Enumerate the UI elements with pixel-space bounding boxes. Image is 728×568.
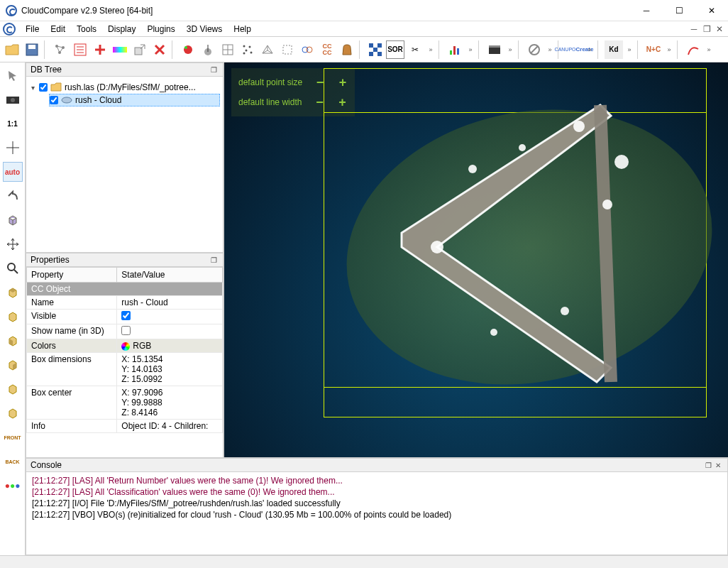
- minimize-button[interactable]: ─: [630, 0, 663, 21]
- disable-icon[interactable]: [525, 40, 544, 59]
- normals-icon[interactable]: [199, 40, 217, 59]
- toolbar-overflow-6[interactable]: »: [624, 46, 634, 53]
- dbtree[interactable]: ▾ rush.las (D:/MyFiles/SfM/_potree... ru…: [26, 77, 224, 253]
- toolbar-overflow-2[interactable]: »: [465, 46, 475, 53]
- magnify-icon[interactable]: [3, 258, 23, 278]
- menu-file[interactable]: File: [20, 23, 45, 36]
- view-top-icon[interactable]: [3, 283, 23, 302]
- mdi-minimize-icon[interactable]: ─: [688, 23, 700, 35]
- status-bar: [0, 555, 728, 568]
- mdi-close-icon[interactable]: ✕: [714, 23, 725, 35]
- scissors-icon[interactable]: ✂: [406, 40, 424, 59]
- list-icon[interactable]: [71, 40, 89, 59]
- toolbar-overflow-7[interactable]: »: [664, 46, 674, 53]
- octree-icon[interactable]: [219, 40, 237, 59]
- mesh-icon[interactable]: [258, 40, 277, 59]
- prop-visible-check[interactable]: [121, 311, 131, 320]
- scale-1-1-icon[interactable]: 1:1: [3, 114, 23, 133]
- points-icon[interactable]: [238, 40, 257, 59]
- crosshair-icon[interactable]: [3, 138, 23, 158]
- console-title: Console: [31, 460, 62, 470]
- sor-icon[interactable]: SOR: [386, 40, 404, 59]
- rotate-icon[interactable]: [3, 186, 23, 206]
- export-icon[interactable]: [131, 40, 149, 59]
- close-button[interactable]: ✕: [695, 0, 728, 21]
- svg-point-24: [243, 52, 246, 54]
- svg-line-46: [14, 270, 18, 273]
- bag-icon[interactable]: [338, 40, 356, 59]
- nc-icon[interactable]: N+C: [644, 40, 663, 59]
- svg-point-53: [561, 307, 569, 315]
- mdi-restore-icon[interactable]: ❐: [701, 23, 712, 35]
- curve-icon[interactable]: [684, 40, 702, 59]
- folder-icon: [50, 82, 62, 92]
- cube-icon[interactable]: [3, 210, 23, 230]
- kd-icon[interactable]: Kd: [605, 40, 623, 59]
- fit-icon[interactable]: [278, 40, 297, 59]
- tree-child-check[interactable]: [50, 96, 58, 104]
- checker-icon[interactable]: [366, 40, 385, 59]
- prop-showname-check[interactable]: [121, 326, 131, 335]
- view-bottom-icon[interactable]: [3, 307, 23, 327]
- toolbar-overflow-8[interactable]: »: [704, 46, 714, 53]
- more-icon[interactable]: ●●●: [3, 476, 23, 496]
- view-back-text-icon[interactable]: BACK: [3, 452, 23, 471]
- save-icon[interactable]: [23, 40, 41, 59]
- menu-plugins[interactable]: Plugins: [141, 23, 180, 36]
- delete-icon[interactable]: [150, 40, 169, 59]
- prop-section: CC Object: [27, 283, 223, 296]
- toolbar-overflow-5[interactable]: »: [585, 46, 595, 53]
- movie-icon[interactable]: [485, 40, 504, 59]
- move-icon[interactable]: [3, 234, 23, 254]
- menu-edit[interactable]: Edit: [45, 23, 71, 36]
- register-icon[interactable]: [298, 40, 316, 59]
- view-front-icon[interactable]: [3, 331, 23, 351]
- cloud-icon: [61, 95, 72, 105]
- tree-child-row[interactable]: rush - Cloud: [49, 94, 220, 106]
- prop-showname-k: Show name (in 3D): [27, 324, 117, 339]
- svg-point-55: [431, 241, 443, 253]
- view-back-icon[interactable]: [3, 355, 23, 375]
- tree-root-label: rush.las (D:/MyFiles/SfM/_potree...: [65, 82, 196, 92]
- colorbar-icon[interactable]: [111, 40, 129, 59]
- dbtree-float-icon[interactable]: ❐: [209, 65, 219, 75]
- toolbar-overflow-4[interactable]: »: [545, 46, 555, 53]
- canupo-icon[interactable]: CANUPOCreate: [565, 40, 583, 59]
- menu-tools[interactable]: Tools: [71, 23, 102, 36]
- tree-root-row[interactable]: ▾ rush.las (D:/MyFiles/SfM/_potree...: [29, 81, 220, 94]
- menu-help[interactable]: Help: [228, 23, 257, 36]
- console-float-icon[interactable]: ❐: [703, 460, 713, 470]
- toolbar-overflow-3[interactable]: »: [505, 46, 515, 53]
- view-left-icon[interactable]: [3, 379, 23, 399]
- svg-rect-11: [113, 47, 127, 53]
- pick-points-icon[interactable]: [51, 40, 70, 59]
- maximize-button[interactable]: ☐: [663, 0, 695, 21]
- view-right-icon[interactable]: [3, 403, 23, 423]
- menu-3dviews[interactable]: 3D Views: [181, 23, 228, 36]
- svg-rect-33: [377, 52, 382, 56]
- console-close-icon[interactable]: ✕: [713, 460, 723, 470]
- menu-display[interactable]: Display: [102, 23, 141, 36]
- svg-rect-35: [453, 46, 456, 55]
- properties-float-icon[interactable]: ❐: [209, 255, 219, 265]
- open-icon[interactable]: [3, 40, 21, 59]
- svg-point-42: [11, 98, 15, 102]
- add-icon[interactable]: [91, 40, 109, 59]
- svg-rect-30: [377, 43, 382, 48]
- pick-tool-icon[interactable]: [3, 65, 23, 85]
- prop-name-k: Name: [27, 296, 117, 310]
- histogram-icon[interactable]: [446, 40, 464, 59]
- camera-icon[interactable]: [3, 89, 23, 109]
- cloud-color-icon[interactable]: [179, 40, 197, 59]
- prop-colors-k: Colors: [27, 339, 117, 353]
- cc-label-icon[interactable]: CCCC: [318, 40, 336, 59]
- view-front-text-icon[interactable]: FRONT: [3, 427, 23, 447]
- svg-rect-31: [373, 48, 377, 52]
- auto-icon[interactable]: auto: [3, 162, 23, 182]
- toolbar-overflow-1[interactable]: »: [426, 46, 436, 53]
- collapse-icon[interactable]: ▾: [29, 84, 36, 92]
- console-body[interactable]: [21:12:27] [LAS] All 'Return Number' val…: [26, 472, 728, 555]
- app-icon: [6, 5, 17, 16]
- tree-root-check[interactable]: [39, 83, 48, 92]
- svg-rect-29: [369, 43, 373, 48]
